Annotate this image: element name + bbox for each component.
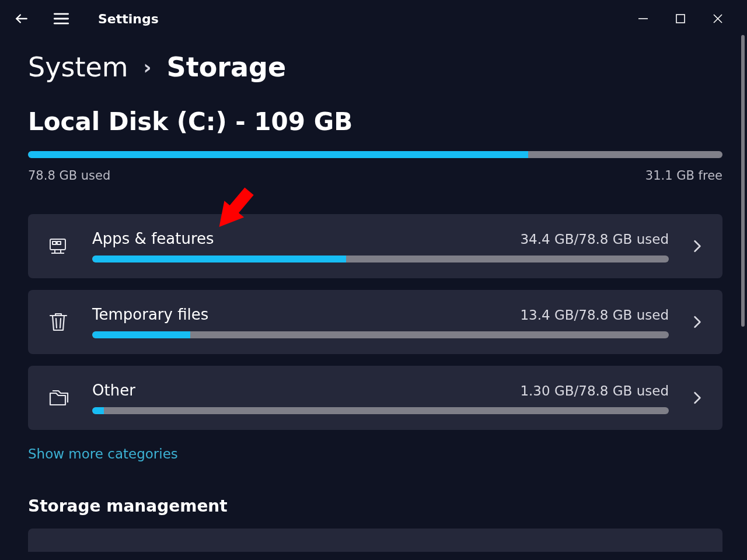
apps-icon <box>43 231 74 261</box>
window-close[interactable] <box>707 8 728 29</box>
category-usage: 1.30 GB/78.8 GB used <box>520 383 669 398</box>
breadcrumb-current: Storage <box>167 51 287 83</box>
svg-rect-9 <box>53 242 56 244</box>
category-bar <box>92 331 669 338</box>
category-name: Apps & features <box>92 230 214 247</box>
chevron-right-icon: › <box>144 55 152 79</box>
window-minimize[interactable] <box>633 8 654 29</box>
back-button[interactable] <box>8 5 35 32</box>
svg-line-15 <box>60 318 61 328</box>
disk-used-label: 78.8 GB used <box>28 169 110 183</box>
window-maximize[interactable] <box>670 8 691 29</box>
app-title: Settings <box>98 12 159 26</box>
svg-rect-10 <box>57 242 61 244</box>
storage-management-panel[interactable] <box>28 528 722 552</box>
disk-usage-bar <box>28 151 722 158</box>
trash-icon <box>43 307 74 337</box>
chevron-right-icon <box>687 316 707 328</box>
svg-rect-5 <box>676 15 685 23</box>
disk-title: Local Disk (C:) - 109 GB <box>28 107 719 136</box>
storage-category-other[interactable]: Other 1.30 GB/78.8 GB used <box>28 366 722 430</box>
category-bar <box>92 407 669 414</box>
scrollbar[interactable] <box>741 35 745 327</box>
category-name: Temporary files <box>92 306 208 323</box>
chevron-right-icon <box>687 391 707 404</box>
storage-category-apps[interactable]: Apps & features 34.4 GB/78.8 GB used <box>28 214 722 278</box>
category-usage: 13.4 GB/78.8 GB used <box>520 307 669 323</box>
disk-usage-fill <box>28 151 528 158</box>
svg-line-14 <box>56 318 57 328</box>
breadcrumb-root[interactable]: System <box>28 51 128 83</box>
chevron-right-icon <box>687 240 707 253</box>
section-heading: Storage management <box>28 496 719 516</box>
category-bar <box>92 256 669 262</box>
storage-category-temp[interactable]: Temporary files 13.4 GB/78.8 GB used <box>28 290 722 354</box>
folder-icon <box>43 383 74 413</box>
show-more-link[interactable]: Show more categories <box>28 446 719 461</box>
category-name: Other <box>92 382 135 399</box>
hamburger-button[interactable] <box>48 5 75 32</box>
category-usage: 34.4 GB/78.8 GB used <box>520 232 669 247</box>
breadcrumb: System › Storage <box>28 51 719 83</box>
disk-free-label: 31.1 GB free <box>645 169 722 183</box>
titlebar: Settings <box>0 0 747 37</box>
